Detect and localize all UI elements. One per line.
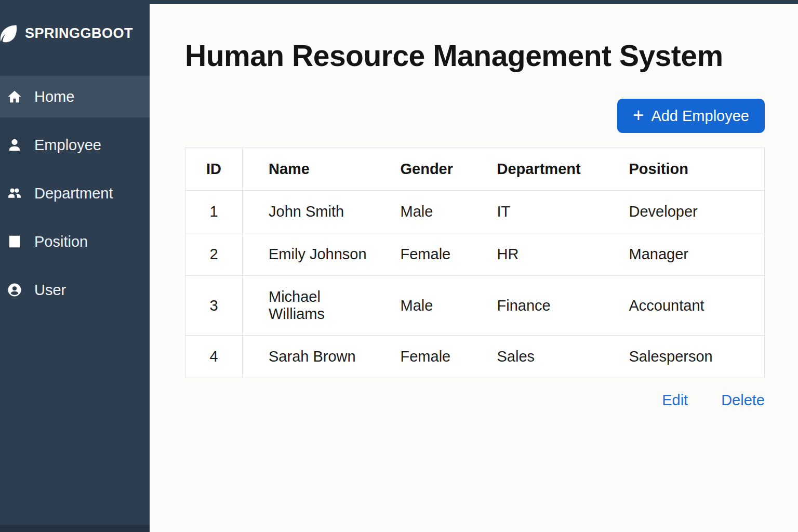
sidebar: SPRINGGBOOT Home Employee Department	[0, 0, 150, 532]
cell-gender: Female	[390, 233, 487, 276]
brand: SPRINGGBOOT	[0, 0, 150, 66]
sidebar-item-label: User	[34, 282, 66, 299]
sidebar-footer	[0, 525, 150, 532]
people-icon	[6, 185, 23, 202]
cell-department: Sales	[487, 336, 619, 378]
cell-name: John Smith	[243, 191, 390, 233]
column-header-gender: Gender	[390, 148, 487, 191]
table-row: 1 John Smith Male IT Developer	[185, 191, 765, 233]
main-content: Human Resource Management System + Add E…	[150, 4, 798, 532]
table-header-row: ID Name Gender Department Position	[185, 148, 765, 191]
sidebar-item-position[interactable]: Position	[0, 221, 150, 262]
table-row: 3 Michael Williams Male Finance Accounta…	[185, 276, 765, 336]
cell-name: Sarah Brown	[243, 336, 390, 378]
column-header-department: Department	[487, 148, 619, 191]
cell-name: Michael Williams	[243, 276, 390, 336]
user-circle-icon	[6, 282, 23, 298]
cell-id: 4	[185, 336, 243, 378]
row-actions: Edit Delete	[185, 392, 765, 409]
cell-position: Salesperson	[619, 336, 765, 378]
cell-department: Finance	[487, 276, 619, 336]
home-icon	[6, 88, 23, 105]
app-layout: SPRINGGBOOT Home Employee Department	[0, 0, 798, 532]
cell-gender: Female	[390, 336, 487, 378]
delete-link[interactable]: Delete	[721, 392, 765, 409]
sidebar-item-employee[interactable]: Employee	[0, 124, 150, 166]
edit-link[interactable]: Edit	[662, 392, 688, 409]
table-row: 4 Sarah Brown Female Sales Salesperson	[185, 336, 765, 378]
person-icon	[6, 137, 23, 153]
cell-position: Developer	[619, 191, 765, 233]
add-employee-button[interactable]: + Add Employee	[617, 99, 765, 133]
column-header-position: Position	[619, 148, 765, 191]
cell-position: Manager	[619, 233, 765, 276]
cell-id: 1	[185, 191, 243, 233]
cell-id: 3	[185, 276, 243, 336]
cell-name: Emily Johnson	[243, 233, 390, 276]
column-header-id: ID	[185, 148, 243, 191]
sidebar-item-label: Department	[34, 185, 113, 202]
cell-gender: Male	[390, 191, 487, 233]
cell-position: Accountant	[619, 276, 765, 336]
brand-name: SPRINGGBOOT	[25, 25, 133, 42]
leaf-icon	[0, 22, 20, 45]
sidebar-item-user[interactable]: User	[0, 269, 150, 311]
sidebar-item-label: Employee	[34, 137, 101, 154]
cell-id: 2	[185, 233, 243, 276]
column-header-name: Name	[243, 148, 390, 191]
cell-department: IT	[487, 191, 619, 233]
add-employee-label: Add Employee	[651, 108, 749, 125]
sidebar-item-label: Home	[34, 88, 74, 105]
sidebar-item-home[interactable]: Home	[0, 76, 150, 117]
toolbar: + Add Employee	[185, 99, 765, 133]
table-row: 2 Emily Johnson Female HR Manager	[185, 233, 765, 276]
plus-icon: +	[633, 106, 644, 125]
cell-department: HR	[487, 233, 619, 276]
employee-table: ID Name Gender Department Position 1 Joh…	[185, 148, 765, 378]
sidebar-nav: Home Employee Department Position	[0, 76, 150, 317]
sidebar-item-label: Position	[34, 233, 88, 250]
sidebar-item-department[interactable]: Department	[0, 172, 150, 214]
page-title: Human Resource Management System	[185, 38, 765, 73]
cell-gender: Male	[390, 276, 487, 336]
building-icon	[6, 233, 23, 250]
